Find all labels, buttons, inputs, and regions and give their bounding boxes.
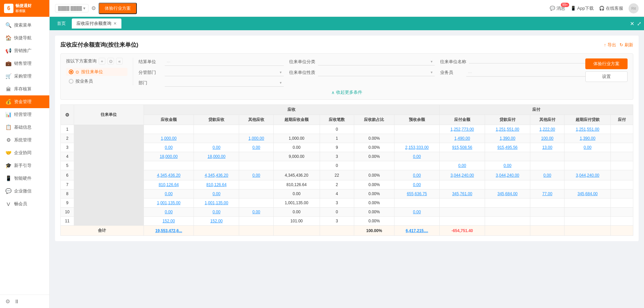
sidebar-logo: 6 畅捷通财 标准版	[0, 0, 49, 17]
footer-ap-rest	[611, 226, 633, 236]
filter-dept: 分管部门 ▾	[139, 69, 284, 76]
filter-dots-salesperson: ···	[468, 70, 472, 75]
topbar-left: ████ ████ ▾ ⚙ 体验行业方案	[55, 3, 546, 14]
col-ar-other: 其他应收	[239, 115, 273, 125]
sidebar-item-guide[interactable]: 🎓新手引导	[0, 159, 49, 172]
service-link[interactable]: 🎧 在线客服	[599, 5, 623, 11]
table-cell-no: 4	[61, 152, 74, 161]
refresh-icon: ↻	[620, 42, 623, 47]
sidebar-settings-icon[interactable]: ⚙	[5, 298, 10, 305]
footer-ar-amount[interactable]: 19,553,472,6...	[144, 226, 194, 236]
table-row: 7████████810,126.64810,126.64810,126.642…	[61, 180, 633, 189]
filter-select-department[interactable]: ▾	[165, 79, 284, 87]
filter-collapse-btn[interactable]: «	[116, 58, 123, 64]
sidebar-item-system[interactable]: ⚙系统管理	[0, 134, 49, 146]
footer-ap-other	[530, 226, 565, 236]
tab-expand-icon[interactable]: ⤢	[637, 20, 641, 27]
sidebar-item-basic-info[interactable]: 📋基础信息	[0, 121, 49, 134]
sidebar-collapse-icon[interactable]: ⏸	[14, 299, 19, 305]
sidebar-item-smart-hw[interactable]: 📱智能硬件	[0, 172, 49, 185]
table-cell-unit: ████████	[74, 161, 144, 170]
filter-option-by-unit[interactable]: ⊙ 按往来单位	[66, 68, 127, 76]
sidebar-item-quick-nav[interactable]: 🏠快捷导航	[0, 32, 49, 44]
filter-label-department: 部门	[139, 80, 162, 86]
sidebar-item-member[interactable]: V畅会员	[0, 197, 49, 210]
promo-button[interactable]: 体验行业方案	[99, 3, 137, 14]
sidebar-bottom: ⚙ ⏸	[0, 295, 49, 308]
filter-text-staff: 按业务员	[75, 78, 93, 84]
main-content: 应收应付余额查询(按往来单位) ↑ 导出 ↻ 刷新 按以下方案查询	[50, 30, 644, 308]
refresh-button[interactable]: ↻ 刷新	[620, 42, 633, 48]
sidebar-item-sales[interactable]: 💼销售管理	[0, 57, 49, 70]
filter-select-nature[interactable]: ▾	[318, 69, 434, 76]
data-table: ⚙ 往来单位 应收 应付 应收金额 贷款应收 其他应收 超期应收金额 应收笔数 …	[60, 104, 633, 236]
table-cell-unit: ████████	[74, 152, 144, 161]
table-cell-no: 5	[61, 161, 74, 170]
nav-label-inventory: 库存核算	[14, 86, 32, 92]
sidebar-item-finance[interactable]: 💰资金管理	[0, 95, 49, 108]
tab-home[interactable]: 首页	[52, 18, 70, 29]
message-button[interactable]: 💬 消息 99+	[550, 5, 565, 11]
company-selector[interactable]: ████ ████ ▾	[55, 4, 89, 12]
filter-input-salesperson[interactable]: ···	[466, 69, 585, 77]
table-row: 11████████152.00152.00101.0030.00%	[61, 217, 633, 226]
filter-label-salesperson: 业务员	[440, 70, 464, 76]
tab-bar: 首页 应收应付余额查询 ✕ ✕ ⤢	[50, 17, 644, 30]
nav-label-purchase: 采购管理	[14, 73, 32, 79]
sidebar-item-search-menu[interactable]: 🔍搜索菜单	[0, 19, 49, 32]
filter-text-unit: 按往来单位	[81, 69, 103, 75]
query-button[interactable]: 体验行业方案	[585, 58, 628, 69]
filter-input-name[interactable]	[469, 60, 585, 63]
collapse-filter-btn[interactable]: ∧ 收起更多条件	[66, 89, 628, 95]
nav-icon-basic-info: 📋	[5, 124, 11, 130]
refresh-label: 刷新	[625, 42, 633, 48]
tab-close-icon[interactable]: ✕	[113, 21, 117, 26]
nav-label-marketing: 营销推广	[14, 48, 32, 54]
tab-close-window-icon[interactable]: ✕	[630, 20, 634, 27]
filter-actions: 体验行业方案 设置	[585, 58, 628, 82]
filter-unit-nature: 往来单位性质 ▾	[289, 69, 434, 76]
filter-input-settlement[interactable]: ···	[165, 58, 284, 66]
sidebar-item-marketing[interactable]: 📢营销推广	[0, 44, 49, 57]
filter-label-unit: ⊙	[75, 70, 79, 75]
table-settings-icon[interactable]: ⚙	[61, 105, 74, 125]
settings-button[interactable]: 设置	[585, 71, 628, 82]
sidebar-item-inventory[interactable]: 🏛库存核算	[0, 83, 49, 95]
filter-add-btn[interactable]: +	[99, 58, 105, 64]
filter-radio-staff	[69, 79, 73, 84]
logo-sub: 标准版	[15, 9, 32, 13]
export-label: 导出	[607, 42, 616, 48]
nav-label-cooperation: 企业协同	[14, 150, 32, 156]
filter-label-dept: 分管部门	[139, 70, 162, 76]
app-download-link[interactable]: 📱 App下载	[571, 5, 594, 11]
table-header-unit: 往来单位	[74, 105, 144, 125]
filter-label-settlement: 结算单位	[139, 59, 162, 65]
nav-icon-smart-hw: 📱	[5, 175, 11, 181]
sidebar-item-purchase[interactable]: 🛒采购管理	[0, 70, 49, 83]
tab-query[interactable]: 应收应付余额查询 ✕	[72, 18, 121, 29]
col-prepay: 预收余额	[394, 115, 439, 125]
topbar-gear-icon[interactable]: ⚙	[91, 5, 96, 11]
filter-config-btn[interactable]: ⊙	[107, 58, 114, 64]
sidebar-item-operations[interactable]: 📊经营管理	[0, 108, 49, 121]
filter-unit-name: 往来单位名称	[440, 59, 585, 65]
collapse-icon: ∧	[331, 90, 335, 95]
nav-label-system: 系统管理	[14, 137, 32, 143]
user-avatar[interactable]: Rit	[629, 3, 639, 13]
nav-label-wechat: 企业微信	[14, 188, 32, 194]
footer-ar-count	[320, 226, 354, 236]
col-ap-overdue: 超期应付贷款	[565, 115, 611, 125]
sidebar-item-wechat[interactable]: 💬企业微信	[0, 185, 49, 197]
filter-option-by-staff[interactable]: 按业务员	[66, 77, 127, 85]
logo-name: 畅捷通财	[15, 3, 32, 9]
filter-select-dept[interactable]: ▾	[165, 69, 284, 76]
table-cell-unit: ████████	[74, 143, 144, 152]
export-button[interactable]: ↑ 导出	[604, 42, 616, 48]
filter-settlement-unit: 结算单位 ···	[139, 58, 284, 66]
topbar-right: 💬 消息 99+ 📱 App下载 🎧 在线客服 Rit	[550, 3, 639, 13]
filter-select-category[interactable]: ▾	[318, 58, 434, 65]
collapse-label: 收起更多条件	[336, 89, 362, 95]
sidebar-item-cooperation[interactable]: 🤝企业协同	[0, 146, 49, 159]
footer-prepay[interactable]: 6,417,215....	[394, 226, 439, 236]
table-row: 8P0.000.000.0040.00%655,636.75345,761.00…	[61, 189, 633, 199]
